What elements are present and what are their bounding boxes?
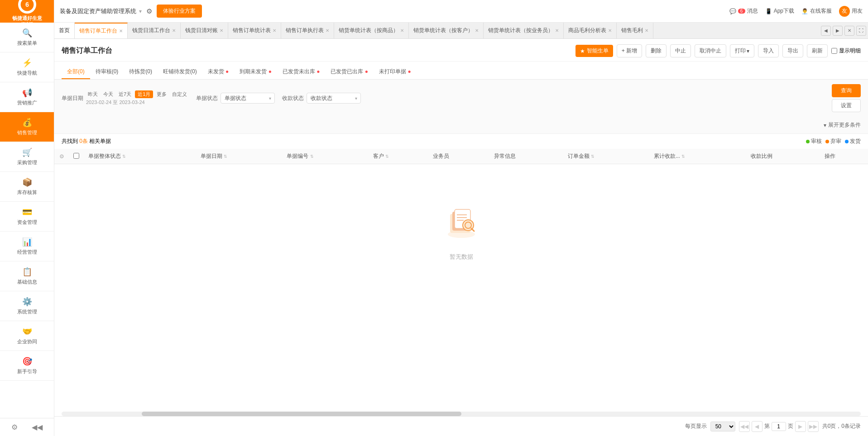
refresh-button[interactable]: 刷新 bbox=[807, 44, 828, 57]
tab-home[interactable]: 首页 bbox=[54, 23, 75, 38]
sidebar-item-quick-nav[interactable]: ⚡ 快捷导航 bbox=[0, 52, 54, 82]
sidebar-item-search[interactable]: 🔍 搜索菜单 bbox=[0, 23, 54, 52]
show-detail-checkbox[interactable] bbox=[831, 48, 837, 54]
user-menu-button[interactable]: 友 用友 bbox=[839, 6, 863, 17]
tab-close-icon[interactable]: ✕ bbox=[400, 28, 404, 33]
tab-sales-stat[interactable]: 销售订单统计表 ✕ bbox=[228, 23, 281, 38]
tab-sales-summary-staff[interactable]: 销货单统计表（按业务员） ✕ bbox=[484, 23, 564, 38]
sub-tab-pending-audit[interactable]: 待审核(0) bbox=[90, 65, 124, 79]
ship-action[interactable]: 发货 bbox=[845, 137, 861, 145]
tab-close-icon[interactable]: ✕ bbox=[326, 28, 329, 33]
select-all-checkbox[interactable] bbox=[73, 153, 79, 159]
sidebar-item-finance[interactable]: 💳 资金管理 bbox=[0, 202, 54, 232]
set-button[interactable]: 设置 bbox=[832, 99, 861, 112]
sidebar-item-operations[interactable]: 📊 经营管理 bbox=[0, 232, 54, 261]
tab-close-icon[interactable]: ✕ bbox=[475, 28, 479, 33]
page-next-button[interactable]: ▶ bbox=[795, 421, 806, 432]
import-button[interactable]: 导入 bbox=[758, 44, 779, 57]
tab-cash-daily[interactable]: 钱货日清工作台 ✕ bbox=[128, 23, 181, 38]
sub-tab-pending-pick[interactable]: 待拣货(0) bbox=[124, 65, 158, 79]
sidebar-item-marketing[interactable]: 📢 营销推广 bbox=[0, 82, 54, 112]
sub-tab-not-printed[interactable]: 未打印单据 ● bbox=[374, 65, 417, 79]
sub-tab-overdue-not-shipped[interactable]: 到期未发货 ● bbox=[234, 65, 277, 79]
sidebar-item-enterprise[interactable]: 🤝 企业协同 bbox=[0, 321, 54, 351]
tab-prev-button[interactable]: ◀ bbox=[821, 26, 831, 36]
date-today[interactable]: 今天 bbox=[101, 90, 115, 98]
sidebar-item-basic[interactable]: 📋 基础信息 bbox=[0, 261, 54, 291]
sort-icon[interactable]: ⇅ bbox=[122, 154, 126, 159]
tab-sales-summary-customer[interactable]: 销货单统计表（按客户） ✕ bbox=[409, 23, 484, 38]
sort-icon[interactable]: ⇅ bbox=[681, 154, 685, 159]
settings-col-header[interactable]: ⚙ bbox=[54, 149, 69, 164]
tab-close-icon[interactable]: ✕ bbox=[119, 28, 123, 33]
sort-icon[interactable]: ⇅ bbox=[224, 154, 227, 159]
tab-close-icon[interactable]: ✕ bbox=[273, 28, 276, 33]
expand-conditions-button[interactable]: ▾ 展开更多条件 bbox=[824, 121, 861, 129]
smart-create-button[interactable]: ★ 智能生单 bbox=[575, 45, 613, 57]
sort-icon[interactable]: ⇅ bbox=[591, 154, 595, 159]
date-1month[interactable]: 近1月 bbox=[135, 90, 153, 98]
sort-icon[interactable]: ⇅ bbox=[310, 154, 314, 159]
query-button[interactable]: 查询 bbox=[832, 84, 861, 97]
print-button[interactable]: 打印 ▾ bbox=[730, 44, 754, 57]
scrollbar-thumb[interactable] bbox=[142, 412, 461, 416]
collapse-icon[interactable]: ◀◀ bbox=[32, 423, 43, 431]
date-7days[interactable]: 近7天 bbox=[117, 90, 133, 98]
app-download-button[interactable]: 📱 App下载 bbox=[765, 7, 794, 15]
horizontal-scrollbar[interactable] bbox=[62, 412, 861, 416]
sort-icon[interactable]: ⇅ bbox=[385, 154, 389, 159]
stop-button[interactable]: 中止 bbox=[670, 44, 691, 57]
tab-close-all-button[interactable]: ✕ bbox=[844, 26, 854, 36]
online-service-button[interactable]: 👨‍💼 在线客服 bbox=[801, 7, 832, 15]
tab-sales-exec[interactable]: 销售订单执行表 ✕ bbox=[281, 23, 334, 38]
tab-close-icon[interactable]: ✕ bbox=[172, 28, 176, 33]
sub-tab-shipped-not-out[interactable]: 已发货未出库 ● bbox=[277, 65, 326, 79]
new-button[interactable]: + 新增 bbox=[617, 44, 642, 57]
tabbar: 首页 销售订单工作台 ✕ 钱货日清工作台 ✕ 钱货日清对账 ✕ 销售订单统计表 … bbox=[54, 23, 868, 39]
sub-tab-shipped-out[interactable]: 已发货已出库 ● bbox=[325, 65, 374, 79]
message-button[interactable]: 💬 6 消息 bbox=[729, 7, 758, 15]
tab-close-icon[interactable]: ✕ bbox=[608, 28, 612, 33]
page-prev-button[interactable]: ◀ bbox=[752, 421, 762, 432]
page-size-select[interactable]: 50 100 200 bbox=[710, 422, 735, 431]
cancel-stop-button[interactable]: 取消中止 bbox=[695, 44, 726, 57]
sub-tab-not-shipped[interactable]: 未发货 ● bbox=[202, 65, 235, 79]
status-select[interactable]: 单据状态 bbox=[221, 93, 275, 104]
sub-tab-all[interactable]: 全部(0) bbox=[62, 65, 90, 79]
settings-icon[interactable]: ⚙ bbox=[11, 423, 18, 431]
page-last-button[interactable]: ▶▶ bbox=[808, 421, 819, 432]
revoke-action[interactable]: 弃审 bbox=[825, 137, 841, 145]
column-settings-icon[interactable]: ⚙ bbox=[59, 153, 64, 160]
audit-action[interactable]: 审核 bbox=[806, 137, 822, 145]
tab-next-button[interactable]: ▶ bbox=[833, 26, 843, 36]
show-detail-checkbox-label[interactable]: 显示明细 bbox=[831, 47, 861, 55]
sidebar-item-guide[interactable]: 🎯 新手引导 bbox=[0, 351, 54, 381]
page-first-button[interactable]: ◀◀ bbox=[739, 421, 750, 432]
checkbox-col-header[interactable] bbox=[69, 149, 84, 164]
tab-close-icon[interactable]: ✕ bbox=[645, 28, 648, 33]
sub-tab-wangpu[interactable]: 旺铺待发货(0) bbox=[158, 65, 202, 79]
topbar-gear-icon[interactable]: ⚙ bbox=[146, 7, 152, 15]
tab-close-icon[interactable]: ✕ bbox=[555, 28, 559, 33]
date-yesterday[interactable]: 昨天 bbox=[86, 90, 100, 98]
tab-close-icon[interactable]: ✕ bbox=[220, 28, 223, 33]
sidebar-item-purchase[interactable]: 🛒 采购管理 bbox=[0, 142, 54, 172]
sidebar-item-system[interactable]: ⚙️ 系统管理 bbox=[0, 291, 54, 321]
tab-margin-analysis[interactable]: 商品毛利分析表 ✕ bbox=[564, 23, 617, 38]
payment-select[interactable]: 收款状态 bbox=[307, 93, 361, 104]
page-input[interactable] bbox=[772, 422, 786, 431]
date-more[interactable]: 更多 bbox=[155, 90, 168, 98]
tab-sales-workbench[interactable]: 销售订单工作台 ✕ bbox=[75, 23, 128, 38]
sidebar-item-inventory[interactable]: 📦 库存核算 bbox=[0, 172, 54, 202]
sidebar-item-sales[interactable]: 💰 销售管理 bbox=[0, 112, 54, 142]
export-button[interactable]: 导出 bbox=[782, 44, 803, 57]
tab-sales-summary-product[interactable]: 销货单统计表（按商品） ✕ bbox=[334, 23, 409, 38]
tab-fullscreen-button[interactable]: ⛶ bbox=[856, 26, 866, 36]
date-custom[interactable]: 自定义 bbox=[170, 90, 189, 98]
system-dropdown-icon[interactable]: ▾ bbox=[139, 8, 142, 14]
tab-cash-reconcile[interactable]: 钱货日清对账 ✕ bbox=[181, 23, 228, 38]
industry-plan-button[interactable]: 体验行业方案 bbox=[157, 5, 202, 18]
tab-sales-profit[interactable]: 销售毛利 ✕ bbox=[617, 23, 653, 38]
sidebar-item-label: 销售管理 bbox=[17, 129, 37, 136]
delete-button[interactable]: 删除 bbox=[646, 44, 667, 57]
